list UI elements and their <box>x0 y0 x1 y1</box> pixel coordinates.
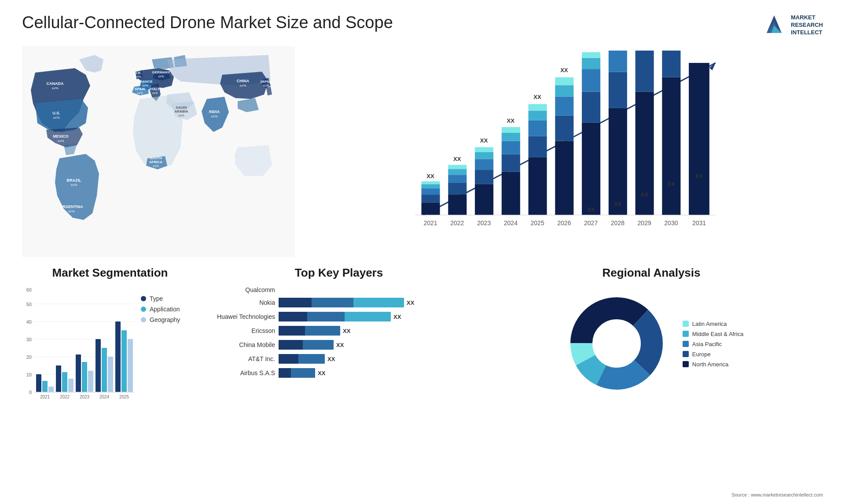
svg-text:CHINA: CHINA <box>237 79 250 83</box>
svg-rect-120 <box>48 387 54 392</box>
legend-geography-label: Geography <box>150 316 180 323</box>
legend-europe: Europe <box>683 351 743 358</box>
bar-chart-svg: XX XX XX XX <box>312 51 814 240</box>
svg-rect-121 <box>56 365 61 392</box>
legend-geography-dot <box>141 317 146 322</box>
svg-rect-88 <box>609 72 627 108</box>
segmentation-panel: Market Segmentation 0 10 20 30 40 50 60 <box>22 266 198 455</box>
svg-rect-131 <box>121 330 127 392</box>
svg-text:2024: 2024 <box>504 219 518 226</box>
svg-rect-64 <box>529 110 547 120</box>
player-name-airbus: Airbus S.A.S <box>211 369 275 376</box>
svg-text:U.S.: U.S. <box>52 111 60 115</box>
svg-text:xx%: xx% <box>239 84 246 88</box>
svg-rect-46 <box>448 169 467 175</box>
svg-text:xx%: xx% <box>53 116 59 120</box>
huawei-bar <box>279 312 391 321</box>
att-bar <box>279 354 325 364</box>
player-bar-huawei: XX <box>279 312 401 321</box>
svg-text:XX: XX <box>453 156 461 162</box>
svg-text:2028: 2028 <box>611 219 625 226</box>
svg-rect-43 <box>448 194 467 215</box>
svg-text:ITALY: ITALY <box>150 87 160 91</box>
svg-text:xx%: xx% <box>135 75 141 78</box>
svg-text:50: 50 <box>26 302 32 307</box>
regional-title: Regional Analysis <box>480 266 823 280</box>
svg-rect-127 <box>96 339 101 392</box>
svg-text:XX: XX <box>640 191 648 198</box>
nokia-bar-seg2 <box>312 298 353 307</box>
svg-rect-67 <box>555 141 573 215</box>
svg-text:0: 0 <box>29 390 32 395</box>
svg-text:xx%: xx% <box>153 164 158 168</box>
svg-rect-118 <box>36 374 41 392</box>
svg-text:2025: 2025 <box>531 219 544 226</box>
svg-rect-95 <box>662 51 680 77</box>
nokia-bar-seg3 <box>353 298 404 307</box>
player-row-ericsson: Ericsson XX <box>211 326 467 336</box>
player-bar-china-mobile: XX <box>279 340 344 350</box>
svg-rect-68 <box>555 116 573 141</box>
player-row-qualcomm: Qualcomm <box>211 286 467 293</box>
player-bar-ericsson: XX <box>279 326 350 336</box>
svg-rect-128 <box>102 348 107 392</box>
map-svg: CANADA xx% U.S. xx% MEXICO xx% BRAZIL xx… <box>22 46 295 253</box>
svg-text:2030: 2030 <box>664 219 678 226</box>
segmentation-legend: Type Application Geography <box>141 295 180 327</box>
svg-text:CANADA: CANADA <box>47 81 64 86</box>
svg-rect-61 <box>529 157 547 215</box>
logo-text: MARKET RESEARCH INTELLECT <box>791 14 823 37</box>
svg-text:XX: XX <box>667 181 675 187</box>
player-row-china-mobile: China Mobile XX <box>211 340 467 350</box>
svg-text:xx%: xx% <box>70 183 77 187</box>
svg-rect-53 <box>475 147 493 152</box>
svg-rect-75 <box>582 69 600 91</box>
nokia-bar <box>279 298 404 307</box>
svg-rect-45 <box>448 175 467 183</box>
airbus-bar-seg2 <box>291 368 315 378</box>
svg-rect-52 <box>475 152 493 159</box>
svg-rect-87 <box>609 108 627 215</box>
legend-europe-color <box>683 351 689 357</box>
player-name-att: AT&T Inc. <box>211 355 275 362</box>
china-mobile-bar <box>279 340 334 350</box>
ericsson-xx: XX <box>343 328 350 334</box>
svg-text:INDIA: INDIA <box>209 110 220 114</box>
player-bar-att: XX <box>279 354 335 364</box>
svg-rect-44 <box>448 183 467 194</box>
huawei-bar-seg1 <box>279 312 307 321</box>
svg-text:2022: 2022 <box>450 219 464 226</box>
svg-rect-55 <box>502 172 520 215</box>
svg-rect-125 <box>82 362 87 392</box>
svg-text:SAUDI: SAUDI <box>176 106 187 110</box>
bottom-section: Market Segmentation 0 10 20 30 40 50 60 <box>22 266 823 455</box>
att-bar-seg1 <box>279 354 298 364</box>
svg-rect-70 <box>555 85 573 97</box>
legend-north-america-label: North America <box>692 361 728 368</box>
svg-text:SOUTH: SOUTH <box>150 156 162 160</box>
svg-rect-40 <box>422 184 440 188</box>
svg-rect-50 <box>475 170 493 184</box>
svg-text:xx%: xx% <box>178 114 184 117</box>
legend-asia-pacific-color <box>683 341 689 347</box>
svg-text:2026: 2026 <box>557 219 571 226</box>
svg-rect-65 <box>529 104 547 111</box>
airbus-xx: XX <box>318 370 325 376</box>
svg-rect-59 <box>502 127 520 133</box>
svg-text:2021: 2021 <box>423 219 437 226</box>
svg-rect-58 <box>502 133 520 141</box>
svg-rect-130 <box>115 321 121 392</box>
svg-text:2021: 2021 <box>40 394 50 399</box>
player-name-nokia: Nokia <box>211 299 275 306</box>
svg-rect-57 <box>502 141 520 154</box>
svg-text:xx%: xx% <box>152 91 158 95</box>
legend-latin-america-label: Latin America <box>692 321 727 327</box>
page-container: Cellular-Connected Drone Market Size and… <box>0 0 845 504</box>
legend-application-dot <box>141 307 146 312</box>
legend-type-dot <box>141 296 146 301</box>
att-xx: XX <box>327 356 335 362</box>
svg-rect-92 <box>636 51 654 91</box>
svg-text:2022: 2022 <box>60 394 70 399</box>
player-bar-nokia: XX <box>279 298 414 307</box>
att-bar-seg2 <box>298 354 325 364</box>
